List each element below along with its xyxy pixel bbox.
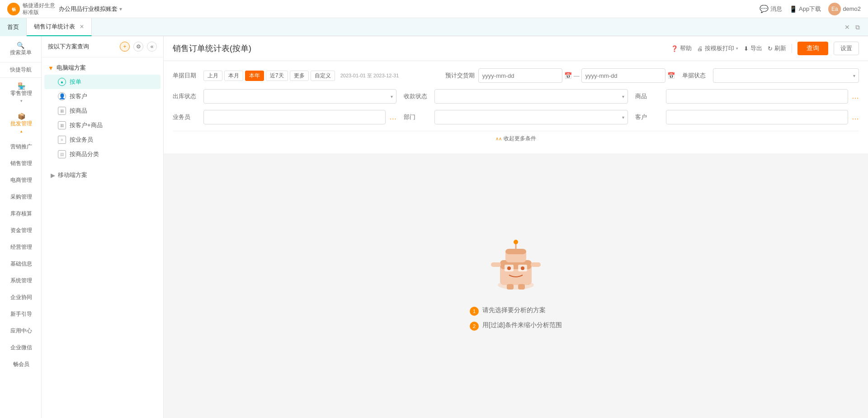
sidebar-item-member[interactable]: 畅会员	[0, 356, 41, 373]
settings-button[interactable]: 设置	[834, 42, 859, 55]
tab-sales-stat[interactable]: 销售订单统计表 ✕	[27, 18, 92, 36]
customer-more-icon[interactable]: …	[852, 113, 859, 121]
main-area: 销售订单统计表(按单) ❓ 帮助 🖨 按模板打印 ▾ ⬇ 导出	[164, 36, 868, 418]
salesperson-input[interactable]	[203, 110, 386, 124]
tab-close-icon[interactable]: ✕	[80, 24, 84, 30]
goods-input[interactable]	[666, 89, 848, 104]
tab-sales-stat-label: 销售订单统计表	[34, 23, 75, 31]
header-right: 💬 消息 📱 App下载 Ea demo2	[760, 3, 861, 15]
this-year-btn[interactable]: 本年	[245, 71, 264, 81]
filter-panel-icons: + ⚙ «	[120, 42, 157, 52]
window-controls: ✕ ⧉	[844, 24, 868, 31]
sidebar-item-inventory[interactable]: 库存核算	[0, 205, 41, 222]
this-month-btn[interactable]: 本月	[224, 71, 243, 81]
bill-status-select[interactable]	[713, 68, 859, 83]
date-quick-btns: 上月 本月 本年 近7天 更多 自定义	[203, 71, 335, 81]
sidebar-item-sales[interactable]: 销售管理	[0, 155, 41, 172]
payment-status-field: 收款状态 ▾	[404, 89, 627, 104]
refresh-icon: ↻	[768, 45, 773, 52]
sidebar-item-finance[interactable]: 资金管理	[0, 222, 41, 239]
goods-field: 商品 …	[635, 89, 859, 104]
filter-item-by-order[interactable]: ● 按单	[44, 75, 160, 89]
filter-item-by-category[interactable]: ▤ 按商品分类	[44, 147, 160, 162]
pc-group-header[interactable]: ▼ 电脑端方案	[42, 61, 163, 75]
custom-dates-btn[interactable]: 自定义	[311, 71, 335, 81]
sidebar-item-marketing[interactable]: 营销推广	[0, 138, 41, 155]
message-button[interactable]: 💬 消息	[760, 5, 782, 13]
settings-icon: ⚙	[136, 43, 141, 50]
collapse-conditions-button[interactable]: ∧∧ 收起更多条件	[495, 135, 536, 142]
filter-item-by-customer[interactable]: 👤 按客户	[44, 89, 160, 104]
refresh-button[interactable]: ↻ 刷新	[768, 44, 786, 52]
customer-input[interactable]	[666, 110, 848, 124]
triangle-icon: ▼	[48, 65, 54, 71]
expected-delivery-from[interactable]	[478, 68, 562, 83]
by-cust-prod-icon: ▦	[58, 121, 66, 129]
quick-nav-label[interactable]: 快捷导航	[0, 64, 41, 76]
calendar-to-icon[interactable]: 📅	[667, 72, 675, 79]
app-download-label: App下载	[799, 5, 821, 13]
sidebar-item-basic[interactable]: 基础信息	[0, 256, 41, 272]
collapse-panel-button[interactable]: «	[147, 42, 157, 52]
sidebar-item-apps[interactable]: 应用中心	[0, 323, 41, 339]
department-select[interactable]	[434, 110, 627, 124]
add-scheme-button[interactable]: +	[120, 42, 130, 52]
by-order-icon: ●	[58, 78, 66, 86]
calendar-from-icon[interactable]: 📅	[564, 72, 572, 79]
filter-item-by-product[interactable]: ▦ 按商品	[44, 104, 160, 118]
toolbar-actions: ❓ 帮助 🖨 按模板打印 ▾ ⬇ 导出 ↻ 刷新	[671, 42, 859, 55]
empty-step-1: 1 请先选择要分析的方案	[470, 306, 562, 316]
collapse-label: 收起更多条件	[504, 135, 536, 142]
sidebar-item-wechat[interactable]: 企业微信	[0, 339, 41, 356]
last-7days-btn[interactable]: 近7天	[266, 71, 288, 81]
sidebar-item-ecommerce[interactable]: 电商管理	[0, 172, 41, 189]
breadcrumb[interactable]: 办公用品行业模拟账套 ▾	[59, 5, 122, 13]
step-1-text: 请先选择要分析的方案	[482, 306, 546, 314]
print-dropdown-icon: ▾	[736, 46, 738, 51]
mobile-group-header[interactable]: ▶ 移动端方案	[42, 169, 163, 181]
collapse-up-icon: ∧∧	[495, 136, 502, 141]
ship-status-select[interactable]	[203, 89, 396, 104]
window-restore-icon[interactable]: ⧉	[855, 24, 863, 31]
goods-label: 商品	[635, 92, 662, 100]
query-button[interactable]: 查询	[797, 42, 828, 55]
search-menu-button[interactable]: 🔍 搜索菜单	[4, 40, 38, 58]
by-category-label: 按商品分类	[70, 150, 99, 158]
window-close-icon[interactable]: ✕	[844, 24, 852, 31]
user-avatar-button[interactable]: Ea demo2	[828, 3, 861, 15]
bill-status-label: 单据状态	[682, 71, 709, 80]
app-download-button[interactable]: 📱 App下载	[789, 5, 821, 13]
svg-text:畅: 畅	[12, 7, 16, 12]
tab-bar: 首页 销售订单统计表 ✕ ✕ ⧉	[0, 18, 868, 36]
scheme-settings-button[interactable]: ⚙	[133, 42, 143, 52]
sidebar-item-newbie[interactable]: 新手引导	[0, 306, 41, 323]
quick-nav-area: 快捷导航	[0, 62, 41, 78]
logo-icon: 畅	[7, 3, 20, 15]
svg-point-7	[507, 266, 511, 270]
sidebar-item-purchase[interactable]: 采购管理	[0, 189, 41, 205]
sidebar-item-system[interactable]: 系统管理	[0, 272, 41, 289]
sidebar-item-retail[interactable]: 🏪 零售管理 ▾	[0, 78, 41, 108]
print-button[interactable]: 🖨 按模板打印 ▾	[697, 44, 738, 52]
goods-more-icon[interactable]: …	[852, 92, 859, 100]
filter-item-by-salesperson[interactable]: ≡ 按业务员	[44, 133, 160, 147]
svg-rect-12	[518, 284, 525, 290]
payment-status-select[interactable]	[434, 89, 627, 104]
export-button[interactable]: ⬇ 导出	[744, 44, 762, 52]
help-button[interactable]: ❓ 帮助	[671, 44, 692, 52]
filter-item-by-cust-prod[interactable]: ▦ 按客户+商品	[44, 118, 160, 133]
svg-point-8	[521, 266, 524, 270]
last-month-btn[interactable]: 上月	[203, 71, 222, 81]
sidebar-item-enterprise[interactable]: 企业协同	[0, 289, 41, 306]
expected-delivery-to[interactable]	[581, 68, 665, 83]
main-layout: 🔍 搜索菜单 快捷导航 🏪 零售管理 ▾ 📦 批发管理 ▴ 营销推广 销售管理 …	[0, 36, 868, 418]
step-2-num: 2	[470, 322, 479, 331]
sidebar-item-operations[interactable]: 经营管理	[0, 239, 41, 256]
ship-status-select-wrapper: ▾	[203, 89, 396, 104]
empty-steps: 1 请先选择要分析的方案 2 用[过滤]条件来缩小分析范围	[470, 306, 562, 336]
salesperson-more-icon[interactable]: …	[389, 113, 396, 121]
by-category-icon: ▤	[58, 150, 66, 158]
tab-home[interactable]: 首页	[0, 18, 27, 36]
sidebar-item-wholesale[interactable]: 📦 批发管理 ▴	[0, 108, 41, 138]
more-dates-btn[interactable]: 更多	[290, 71, 309, 81]
